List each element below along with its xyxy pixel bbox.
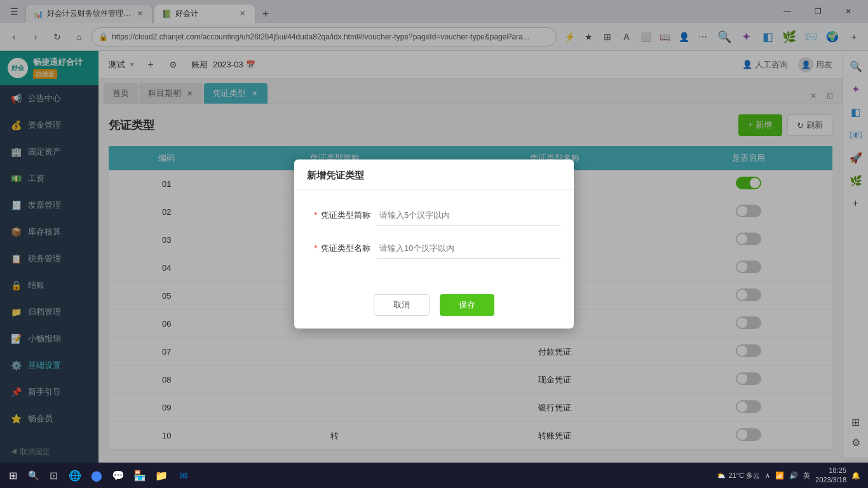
- form-row-short-name: * 凭证类型简称: [307, 205, 561, 226]
- full-name-input[interactable]: [377, 238, 561, 259]
- weather-text: 21°C 多云: [728, 471, 760, 480]
- taskbar: ⊞ 🔍 ⊡ 🌐 ⬤ 💬 🏪 📁 ✉ ⛅ 21°C 多云 ∧ 📶 🔊 英 18:2…: [0, 463, 868, 488]
- modal-footer: 取消 保存: [294, 287, 574, 329]
- taskbar-up-arrow[interactable]: ∧: [765, 471, 770, 480]
- full-name-required-mark: *: [314, 243, 317, 253]
- full-name-label: * 凭证类型名称: [307, 243, 377, 254]
- speaker-icon: 🔊: [789, 471, 798, 480]
- modal-body: * 凭证类型简称 * 凭证类型名称: [294, 190, 574, 287]
- modal-title: 新增凭证类型: [307, 170, 364, 180]
- taskbar-wechat-btn[interactable]: 💬: [108, 465, 128, 485]
- network-icon: 📶: [775, 471, 784, 480]
- start-btn[interactable]: ⊞: [3, 465, 23, 485]
- taskbar-search-btn[interactable]: 🔍: [24, 466, 42, 484]
- notification-icon[interactable]: 🔔: [851, 471, 860, 480]
- taskbar-task-view-btn[interactable]: ⊡: [43, 465, 64, 485]
- save-btn[interactable]: 保存: [440, 294, 494, 316]
- modal-overlay: 新增凭证类型 * 凭证类型简称 * 凭证类型名称 取消 保存: [0, 0, 868, 488]
- modal-dialog: 新增凭证类型 * 凭证类型简称 * 凭证类型名称 取消 保存: [294, 159, 574, 329]
- taskbar-store-btn[interactable]: 🏪: [130, 465, 150, 485]
- weather-icon: ⛅: [717, 471, 726, 480]
- short-name-label: * 凭证类型简称: [307, 210, 377, 221]
- short-name-input[interactable]: [377, 205, 561, 226]
- date-text: 2023/3/18: [815, 475, 846, 485]
- clock-display: 18:25 2023/3/18: [815, 466, 846, 485]
- cancel-btn[interactable]: 取消: [374, 294, 430, 316]
- weather-display: ⛅ 21°C 多云: [717, 471, 760, 480]
- time-text: 18:25: [829, 466, 846, 475]
- taskbar-folder-btn[interactable]: 📁: [151, 465, 172, 485]
- lang-display: 英: [803, 471, 810, 480]
- taskbar-chrome-btn[interactable]: ⬤: [86, 465, 107, 485]
- form-row-full-name: * 凭证类型名称: [307, 238, 561, 259]
- modal-header: 新增凭证类型: [294, 159, 574, 190]
- short-name-required-mark: *: [314, 210, 317, 220]
- taskbar-edge-btn[interactable]: 🌐: [65, 465, 85, 485]
- full-name-label-text: 凭证类型名称: [321, 243, 370, 253]
- taskbar-mail-btn[interactable]: ✉: [173, 465, 193, 485]
- short-name-label-text: 凭证类型简称: [321, 210, 370, 220]
- taskbar-right: ⛅ 21°C 多云 ∧ 📶 🔊 英 18:25 2023/3/18 🔔: [717, 466, 865, 485]
